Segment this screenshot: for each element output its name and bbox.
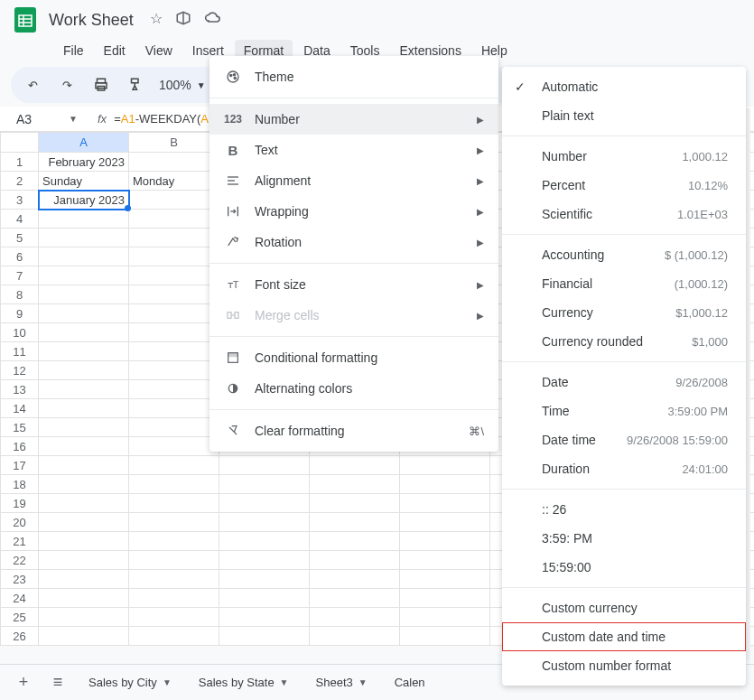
row-header[interactable]: 7 <box>1 266 39 285</box>
row-header[interactable]: 3 <box>1 191 39 210</box>
numfmt-scientific[interactable]: Scientific1.01E+03 <box>502 200 746 229</box>
numfmt-duration[interactable]: Duration24:01:00 <box>502 454 746 483</box>
col-header-B[interactable]: B <box>129 133 219 153</box>
format-alignment[interactable]: Alignment ▶ <box>209 165 498 196</box>
numfmt-plain-text[interactable]: Plain text <box>502 101 746 130</box>
svg-point-10 <box>230 74 232 76</box>
paint-format-button[interactable] <box>125 74 146 96</box>
numfmt-time[interactable]: Time3:59:00 PM <box>502 397 746 425</box>
row-header[interactable]: 21 <box>1 532 39 551</box>
numfmt-example-1[interactable]: :: 26 <box>502 495 746 524</box>
cell[interactable] <box>129 191 219 210</box>
row-header[interactable]: 14 <box>1 399 39 418</box>
row-header[interactable]: 15 <box>1 418 39 437</box>
sheet-tab[interactable]: Sales by State▼ <box>190 670 298 695</box>
row-header[interactable]: 8 <box>1 285 39 304</box>
numfmt-financial[interactable]: Financial(1,000.12) <box>502 269 746 298</box>
format-wrapping[interactable]: Wrapping ▶ <box>209 196 498 227</box>
cell[interactable]: February 2023 <box>39 153 129 172</box>
name-box[interactable]: A3 ▼ <box>11 110 83 128</box>
numfmt-date[interactable]: Date9/26/2008 <box>502 368 746 397</box>
fx-icon: fx <box>98 112 107 126</box>
row-header[interactable]: 22 <box>1 551 39 570</box>
row-header[interactable]: 19 <box>1 494 39 513</box>
formula-input[interactable]: =A1-WEEKDAY(A <box>114 112 209 126</box>
format-conditional[interactable]: Conditional formatting <box>209 342 498 373</box>
format-rotation[interactable]: Rotation ▶ <box>209 227 498 257</box>
redo-button[interactable]: ↷ <box>56 74 78 96</box>
numfmt-custom-number[interactable]: Custom number format <box>502 651 746 680</box>
zoom-select[interactable]: 100% ▼ <box>159 78 206 92</box>
numfmt-currency-rounded[interactable]: Currency rounded$1,000 <box>502 327 746 356</box>
row-header[interactable]: 9 <box>1 304 39 323</box>
row-header[interactable]: 1 <box>1 153 39 172</box>
numfmt-automatic[interactable]: ✓ Automatic <box>502 72 746 101</box>
sheet-tab[interactable]: Sheet3▼ <box>307 670 377 695</box>
merge-icon <box>224 306 242 324</box>
format-clear[interactable]: Clear formatting ⌘\ <box>209 415 498 446</box>
numfmt-accounting[interactable]: Accounting$ (1,000.12) <box>502 240 746 269</box>
row-header[interactable]: 17 <box>1 456 39 475</box>
add-sheet-button[interactable]: + <box>11 673 36 692</box>
cell[interactable]: Monday <box>129 172 219 191</box>
row-header[interactable]: 20 <box>1 513 39 532</box>
sheet-tab[interactable]: Sales by City▼ <box>79 670 181 695</box>
numfmt-datetime[interactable]: Date time9/26/2008 15:59:00 <box>502 425 746 454</box>
row-header[interactable]: 4 <box>1 210 39 229</box>
cell[interactable]: Sunday <box>39 172 129 191</box>
move-icon[interactable] <box>175 10 191 30</box>
undo-button[interactable]: ↶ <box>22 74 43 96</box>
row-header[interactable]: 13 <box>1 380 39 399</box>
sheets-logo-icon[interactable] <box>11 5 40 34</box>
format-number[interactable]: 123 Number ▶ <box>209 104 498 135</box>
format-alternating[interactable]: Alternating colors <box>209 373 498 404</box>
menu-file[interactable]: File <box>54 40 93 61</box>
row-header[interactable]: 11 <box>1 342 39 361</box>
row-header[interactable]: 24 <box>1 589 39 608</box>
caret-down-icon: ▼ <box>280 677 289 687</box>
numfmt-custom-date-time[interactable]: Custom date and time <box>502 622 746 651</box>
format-text[interactable]: B Text ▶ <box>209 135 498 165</box>
svg-point-9 <box>228 71 238 82</box>
numfmt-currency[interactable]: Currency$1,000.12 <box>502 298 746 327</box>
document-title[interactable]: Work Sheet <box>49 11 134 30</box>
print-button[interactable] <box>90 74 112 96</box>
row-header[interactable]: 10 <box>1 323 39 342</box>
format-font-size[interactable]: ᴛT Font size ▶ <box>209 269 498 300</box>
row-header[interactable]: 25 <box>1 608 39 627</box>
svg-rect-18 <box>228 313 231 319</box>
row-header[interactable]: 16 <box>1 437 39 456</box>
row-header[interactable]: 26 <box>1 627 39 646</box>
bold-icon: B <box>224 141 242 159</box>
menu-view[interactable]: View <box>136 40 182 61</box>
all-sheets-button[interactable]: ≡ <box>45 673 70 692</box>
svg-rect-21 <box>228 353 238 357</box>
numfmt-percent[interactable]: Percent10.12% <box>502 171 746 200</box>
row-header[interactable]: 6 <box>1 247 39 266</box>
wrap-icon <box>224 202 242 220</box>
menu-edit[interactable]: Edit <box>95 40 135 61</box>
caret-down-icon: ▼ <box>197 80 206 90</box>
col-header-A[interactable]: A <box>39 133 129 153</box>
cloud-status-icon[interactable] <box>204 10 222 30</box>
cell-selected[interactable]: January 2023 <box>39 191 129 210</box>
alternating-icon <box>224 379 242 397</box>
format-theme[interactable]: Theme <box>209 61 498 92</box>
cell[interactable] <box>129 153 219 172</box>
row-header[interactable]: 23 <box>1 570 39 589</box>
format-merge-cells: Merge cells ▶ <box>209 300 498 331</box>
star-icon[interactable]: ☆ <box>150 10 163 30</box>
row-header[interactable]: 12 <box>1 361 39 380</box>
numfmt-example-2[interactable]: 3:59: PM <box>502 524 746 553</box>
numfmt-custom-currency[interactable]: Custom currency <box>502 593 746 622</box>
theme-icon <box>224 68 242 86</box>
submenu-arrow-icon: ▶ <box>477 176 484 186</box>
row-header[interactable]: 18 <box>1 475 39 494</box>
sheet-tab[interactable]: Calen <box>386 670 434 695</box>
numfmt-example-3[interactable]: 15:59:00 <box>502 553 746 582</box>
row-header[interactable]: 5 <box>1 229 39 247</box>
numfmt-number[interactable]: Number1,000.12 <box>502 142 746 171</box>
align-icon <box>224 172 242 190</box>
active-cell-name: A3 <box>16 112 32 126</box>
row-header[interactable]: 2 <box>1 172 39 191</box>
